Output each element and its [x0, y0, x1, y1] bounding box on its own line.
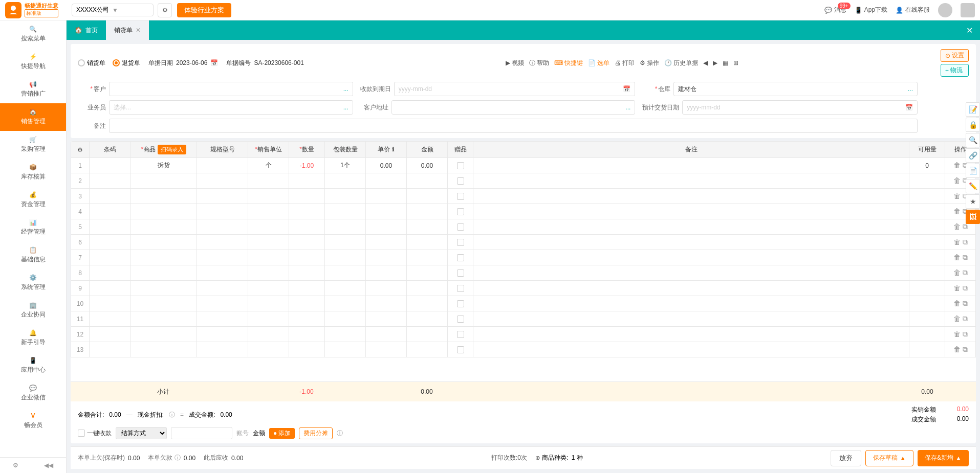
- customer-addr-input[interactable]: ...: [391, 100, 636, 115]
- row-price[interactable]: [366, 173, 407, 189]
- gift-checkbox[interactable]: [457, 208, 464, 215]
- save-new-button[interactable]: 保存&新增 ▲: [918, 450, 969, 466]
- add-payment-button[interactable]: ● 添加: [269, 428, 295, 439]
- row-spec[interactable]: [197, 250, 248, 265]
- row-unit[interactable]: [248, 281, 289, 296]
- row-spec[interactable]: [197, 219, 248, 235]
- row-remark[interactable]: [473, 250, 909, 265]
- radio-sales-order[interactable]: 销货单: [78, 59, 105, 67]
- gift-checkbox[interactable]: [457, 300, 464, 307]
- row-product[interactable]: 拆货: [130, 158, 197, 173]
- row-remark[interactable]: [473, 204, 909, 219]
- row-barcode[interactable]: [90, 235, 130, 250]
- row-gift[interactable]: [448, 250, 473, 265]
- delete-row-icon[interactable]: 🗑: [953, 253, 961, 262]
- row-pkgqty[interactable]: [325, 219, 366, 235]
- row-product[interactable]: [130, 281, 197, 296]
- row-remark[interactable]: [473, 342, 909, 357]
- sidebar-item-finance[interactable]: 💰 资金管理: [0, 186, 66, 214]
- row-amount[interactable]: [407, 173, 448, 189]
- row-qty[interactable]: [289, 204, 325, 219]
- sidebar-item-sales[interactable]: 🏠 销售管理: [0, 103, 66, 131]
- row-gift[interactable]: [448, 327, 473, 342]
- copy-row-icon[interactable]: ⧉: [963, 253, 968, 262]
- delete-row-icon[interactable]: 🗑: [953, 238, 961, 246]
- row-remark[interactable]: [473, 327, 909, 342]
- row-price[interactable]: [366, 311, 407, 327]
- row-unit[interactable]: [248, 311, 289, 327]
- sidebar-item-marketing[interactable]: 📢 营销推广: [0, 76, 66, 103]
- due-date-input[interactable]: yyyy-mm-dd 📅: [394, 82, 636, 96]
- tab-close-all-button[interactable]: ✕: [966, 26, 980, 35]
- warehouse-input[interactable]: 建材仓 ...: [673, 82, 918, 96]
- row-gift[interactable]: [448, 173, 473, 189]
- row-spec[interactable]: [197, 189, 248, 204]
- row-pkgqty[interactable]: 1个: [325, 158, 366, 173]
- debt-info-icon[interactable]: ⓘ: [175, 454, 181, 461]
- salesperson-input[interactable]: 选择... ...: [109, 100, 353, 115]
- row-remark[interactable]: [473, 281, 909, 296]
- row-price[interactable]: [366, 281, 407, 296]
- row-product[interactable]: [130, 219, 197, 235]
- app-download-button[interactable]: 📱 App下载: [855, 6, 887, 14]
- row-spec[interactable]: [197, 235, 248, 250]
- row-remark[interactable]: [473, 219, 909, 235]
- row-remark[interactable]: [473, 189, 909, 204]
- row-barcode[interactable]: [90, 219, 130, 235]
- row-unit[interactable]: 个: [248, 158, 289, 173]
- copy-row-icon[interactable]: ⧉: [963, 299, 968, 308]
- row-amount[interactable]: [407, 265, 448, 281]
- row-product[interactable]: [130, 296, 197, 311]
- row-barcode[interactable]: [90, 189, 130, 204]
- delete-row-icon[interactable]: 🗑: [953, 268, 961, 277]
- row-price[interactable]: [366, 265, 407, 281]
- online-service-button[interactable]: 👤 在线客服: [896, 6, 930, 14]
- row-barcode[interactable]: [90, 158, 130, 173]
- sidebar-settings-button[interactable]: ⚙: [13, 462, 18, 469]
- row-remark[interactable]: [473, 311, 909, 327]
- delete-row-icon[interactable]: 🗑: [953, 176, 961, 185]
- row-barcode[interactable]: [90, 327, 130, 342]
- row-barcode[interactable]: [90, 173, 130, 189]
- calendar-icon[interactable]: 📅: [210, 59, 218, 66]
- delete-row-icon[interactable]: 🗑: [953, 284, 961, 292]
- row-product[interactable]: [130, 250, 197, 265]
- float-btn-7[interactable]: ★: [966, 194, 980, 209]
- row-unit[interactable]: [248, 296, 289, 311]
- sidebar-item-inventory[interactable]: 📦 库存核算: [0, 159, 66, 186]
- tab-close-icon[interactable]: ✕: [136, 27, 141, 34]
- row-gift[interactable]: [448, 296, 473, 311]
- discount-info-icon[interactable]: ⓘ: [169, 411, 175, 419]
- row-barcode[interactable]: [90, 265, 130, 281]
- float-btn-5[interactable]: 📄: [966, 164, 980, 178]
- row-unit[interactable]: [248, 204, 289, 219]
- row-unit[interactable]: [248, 342, 289, 357]
- company-selector[interactable]: XXXXX公司 ▼: [72, 4, 154, 16]
- row-price[interactable]: [366, 219, 407, 235]
- float-btn-3[interactable]: 🔍: [966, 133, 980, 147]
- copy-row-icon[interactable]: ⧉: [963, 314, 968, 323]
- row-price[interactable]: [366, 204, 407, 219]
- row-pkgqty[interactable]: [325, 204, 366, 219]
- video-button[interactable]: ▶ 视频: [506, 59, 524, 67]
- row-amount[interactable]: [407, 219, 448, 235]
- row-unit[interactable]: [248, 250, 289, 265]
- row-amount[interactable]: 0.00: [407, 158, 448, 173]
- select-order-button[interactable]: 📄 选单: [588, 59, 609, 67]
- shortcut-button[interactable]: ⌨ 快捷键: [554, 59, 583, 67]
- row-price[interactable]: [366, 327, 407, 342]
- tab-sales-order[interactable]: 销货单 ✕: [106, 20, 149, 40]
- row-qty[interactable]: [289, 219, 325, 235]
- row-gift[interactable]: [448, 219, 473, 235]
- row-pkgqty[interactable]: [325, 189, 366, 204]
- print-button[interactable]: 🖨 打印: [615, 59, 635, 67]
- row-pkgqty[interactable]: [325, 173, 366, 189]
- sidebar-item-enterprise[interactable]: 🏢 企业协同: [0, 297, 66, 324]
- row-amount[interactable]: [407, 311, 448, 327]
- help-button[interactable]: ⓘ 帮助: [529, 59, 549, 67]
- gift-checkbox[interactable]: [457, 331, 464, 338]
- row-qty[interactable]: [289, 235, 325, 250]
- row-amount[interactable]: [407, 235, 448, 250]
- prev-record-button[interactable]: ◀: [703, 59, 708, 66]
- delete-row-icon[interactable]: 🗑: [953, 345, 961, 354]
